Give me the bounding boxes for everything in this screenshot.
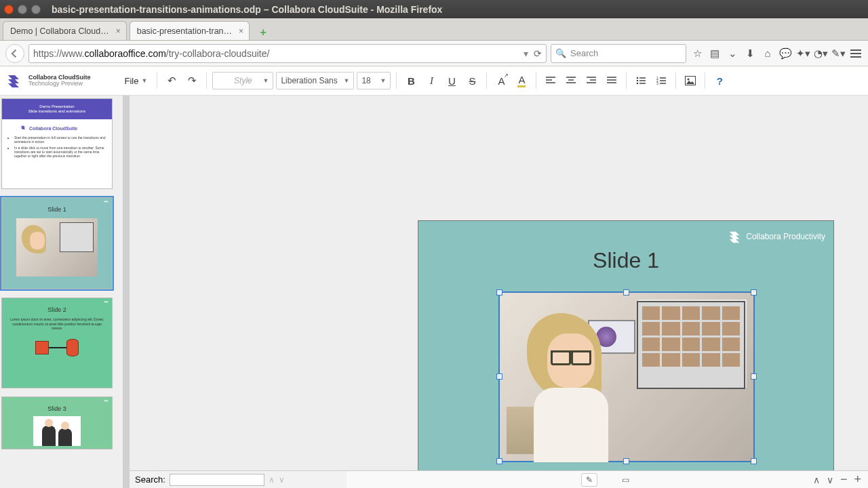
tab-close-icon[interactable]: ×	[239, 26, 243, 36]
addon-icon[interactable]: ◔▾	[814, 47, 827, 60]
zoom-in-button[interactable]: +	[854, 472, 861, 487]
align-left-button[interactable]	[542, 72, 559, 89]
slide-canvas[interactable]: Collabora Productivity Slide 1 Search:	[130, 96, 868, 488]
resize-handle[interactable]	[751, 289, 757, 296]
search-bar[interactable]: 🔍 Search	[551, 44, 686, 63]
slide: Collabora Productivity Slide 1	[418, 220, 834, 488]
window-titlebar: basic-presentation-transitions-animation…	[0, 0, 868, 18]
redo-button[interactable]: ↷	[183, 72, 201, 89]
svg-text:3: 3	[656, 81, 658, 85]
resize-handle[interactable]	[496, 289, 502, 296]
watermark-logo-icon	[727, 229, 742, 244]
arrow-left-icon	[10, 49, 20, 58]
resize-handle[interactable]	[496, 458, 502, 464]
main-area: Demo Presentation Slide transitions and …	[0, 96, 868, 488]
align-justify-button[interactable]	[603, 72, 620, 89]
tab-label: basic-presentation-tran…	[137, 26, 232, 36]
slide-thumbnail[interactable]: Slide 3	[1, 396, 113, 449]
svg-point-2	[637, 83, 639, 85]
url-bar[interactable]: https://www.collaboraoffice.com/try-coll…	[28, 44, 547, 63]
find-bar: Search: ∧ ∨	[130, 470, 347, 488]
app-logo-icon	[4, 71, 23, 90]
svg-point-0	[637, 77, 639, 79]
window-maximize-button[interactable]	[31, 5, 41, 14]
highlight-button[interactable]: A	[513, 72, 530, 89]
file-menu[interactable]: File▼	[121, 75, 152, 87]
svg-point-1	[637, 80, 639, 82]
pocket-icon[interactable]: ⌄	[726, 47, 739, 60]
collapse-down-button[interactable]: ∨	[827, 474, 833, 485]
slide-watermark: Collabora Productivity	[727, 229, 825, 244]
search-placeholder: Search	[570, 48, 598, 58]
url-text: https://www.collaboraoffice.com/try-coll…	[33, 48, 519, 59]
slide-title[interactable]: Slide 1	[418, 248, 833, 273]
underline-button[interactable]: U	[443, 72, 460, 89]
browser-tab[interactable]: Demo | Collabora Cloud… ×	[3, 21, 127, 40]
resize-handle[interactable]	[496, 373, 502, 380]
undo-button[interactable]: ↶	[163, 72, 180, 89]
slide-thumbnail[interactable]: Slide 1	[1, 197, 113, 289]
reader-icon[interactable]: ▤	[708, 47, 722, 60]
browser-tab[interactable]: basic-presentation-tran… ×	[130, 21, 250, 40]
resize-handle[interactable]	[623, 289, 629, 296]
reload-icon[interactable]: ⟳	[534, 48, 542, 59]
find-next-button[interactable]: ∨	[279, 475, 285, 485]
font-size-selector[interactable]: 18▼	[357, 72, 391, 89]
slide-thumbnail[interactable]: Slide 2 Lorem ipsum dolor sit amet, cons…	[1, 298, 113, 388]
addon-icon[interactable]: ✦▾	[796, 47, 810, 60]
presentation-button[interactable]: ▭	[618, 473, 634, 487]
strikethrough-button[interactable]: S	[463, 72, 481, 89]
collapse-up-button[interactable]: ∧	[813, 474, 820, 485]
home-icon[interactable]: ⌂	[761, 47, 774, 60]
bookmark-star-icon[interactable]: ☆	[690, 47, 704, 60]
find-input[interactable]	[170, 474, 264, 486]
url-history-dropdown[interactable]: ▾	[524, 48, 528, 59]
browser-tabstrip: Demo | Collabora Cloud… × basic-presenta…	[0, 18, 868, 41]
downloads-icon[interactable]: ⬇	[743, 47, 757, 60]
window-close-button[interactable]	[4, 5, 14, 14]
zoom-out-button[interactable]: −	[840, 472, 848, 487]
italic-button[interactable]: I	[422, 72, 440, 89]
new-tab-button[interactable]: +	[255, 25, 271, 40]
status-bar: ✎ ▭ ∧ ∨ − +	[347, 470, 868, 488]
number-list-button[interactable]: 123	[652, 72, 670, 89]
panel-scrollbar[interactable]	[123, 96, 130, 488]
resize-handle[interactable]	[751, 373, 757, 380]
app-brand: Collabora CloudSuite Technology Preview	[28, 75, 91, 87]
align-right-button[interactable]	[583, 72, 600, 89]
insert-image-button[interactable]	[682, 72, 699, 89]
chat-icon[interactable]: 💬	[778, 47, 792, 60]
resize-handle[interactable]	[623, 458, 629, 464]
addon-icon[interactable]: ✎▾	[831, 47, 845, 60]
slide-panel[interactable]: Demo Presentation Slide transitions and …	[0, 96, 123, 488]
style-selector[interactable]: Style▼	[212, 72, 273, 89]
align-center-button[interactable]	[562, 72, 580, 89]
help-button[interactable]: ?	[711, 72, 728, 89]
tab-label: Demo | Collabora Cloud…	[10, 26, 109, 36]
window-minimize-button[interactable]	[18, 5, 27, 14]
window-title: basic-presentation-transitions-animation…	[52, 4, 442, 15]
app-toolbar: Collabora CloudSuite Technology Preview …	[0, 66, 868, 96]
slide-thumbnail[interactable]: Demo Presentation Slide transitions and …	[1, 98, 113, 189]
browser-toolbar: https://www.collaboraoffice.com/try-coll…	[0, 41, 868, 66]
resize-handle[interactable]	[751, 458, 757, 464]
hamburger-icon	[850, 49, 861, 58]
svg-point-7	[688, 79, 690, 81]
bold-button[interactable]: B	[402, 72, 420, 89]
selected-image[interactable]	[498, 291, 755, 462]
font-color-button[interactable]: A↗	[492, 72, 510, 89]
menu-button[interactable]	[849, 47, 863, 60]
font-selector[interactable]: Liberation Sans▼	[276, 72, 354, 89]
edit-mode-button[interactable]: ✎	[581, 473, 597, 487]
bullet-list-button[interactable]	[632, 72, 650, 89]
find-prev-button[interactable]: ∧	[269, 475, 275, 485]
search-icon: 🔍	[555, 48, 566, 58]
find-label: Search:	[135, 474, 165, 485]
back-button[interactable]	[5, 44, 24, 63]
tab-close-icon[interactable]: ×	[116, 26, 121, 36]
